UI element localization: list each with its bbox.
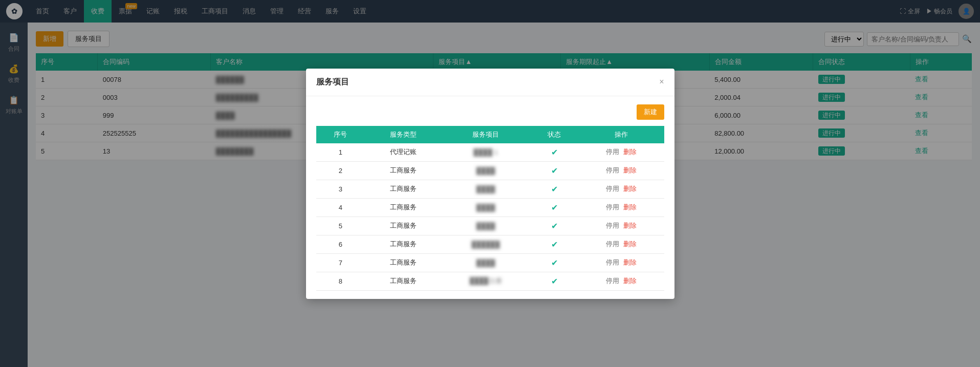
modal-row-no: 5 [316,217,365,235]
service-name-cell: ████ [442,217,530,235]
modal-table-row: 4工商服务████✔停用删除 [316,198,664,217]
modal-table-row: 2工商服务████✔停用删除 [316,161,664,180]
delete-button[interactable]: 删除 [623,185,637,192]
check-icon: ✔ [551,240,558,249]
modal-row-no: 1 [316,143,365,162]
modal-actions-cell: 停用删除 [579,253,664,272]
modal-overlay: 服务项目 × 新建 序号服务类型服务项目状态操作 1代理记账████ 1✔停用删… [0,0,980,367]
modal-status-cell: ✔ [530,198,579,217]
modal-actions-cell: 停用删除 [579,198,664,217]
service-name-cell: ████ [442,253,530,272]
modal-close-button[interactable]: × [659,78,664,86]
service-items-table: 序号服务类型服务项目状态操作 1代理记账████ 1✔停用删除2工商服务████… [316,126,664,291]
service-type-cell: 工商服务 [365,161,442,180]
stop-button[interactable]: 停用 [606,222,619,229]
modal-table-header: 序号 [316,126,365,143]
modal-row-no: 8 [316,272,365,290]
delete-button[interactable]: 删除 [623,148,637,156]
modal-status-cell: ✔ [530,143,579,162]
service-items-modal: 服务项目 × 新建 序号服务类型服务项目状态操作 1代理记账████ 1✔停用删… [306,69,674,299]
delete-button[interactable]: 删除 [623,166,637,174]
service-type-cell: 工商服务 [365,198,442,217]
modal-table-row: 7工商服务████✔停用删除 [316,253,664,272]
modal-table-row: 5工商服务████✔停用删除 [316,217,664,235]
stop-button[interactable]: 停用 [606,258,619,266]
delete-button[interactable]: 删除 [623,203,637,211]
modal-actions-cell: 停用删除 [579,180,664,198]
modal-row-no: 7 [316,253,365,272]
service-name-cell: ████ 1 [442,143,530,162]
modal-body: 新建 序号服务类型服务项目状态操作 1代理记账████ 1✔停用删除2工商服务█… [306,96,674,299]
delete-button[interactable]: 删除 [623,258,637,266]
delete-button[interactable]: 删除 [623,277,637,285]
modal-table-header: 服务项目 [442,126,530,143]
modal-row-no: 2 [316,161,365,180]
modal-table-header: 状态 [530,126,579,143]
service-name-cell: ████ [442,198,530,217]
modal-status-cell: ✔ [530,272,579,290]
modal-actions-cell: 停用删除 [579,161,664,180]
modal-toolbar: 新建 [316,104,664,120]
service-type-cell: 工商服务 [365,235,442,253]
modal-row-no: 4 [316,198,365,217]
modal-table-wrap[interactable]: 序号服务类型服务项目状态操作 1代理记账████ 1✔停用删除2工商服务████… [316,126,664,291]
modal-table-row: 1代理记账████ 1✔停用删除 [316,143,664,162]
modal-status-cell: ✔ [530,217,579,235]
delete-button[interactable]: 删除 [623,240,637,248]
stop-button[interactable]: 停用 [606,166,619,174]
stop-button[interactable]: 停用 [606,148,619,156]
stop-button[interactable]: 停用 [606,240,619,248]
check-icon: ✔ [551,166,558,175]
modal-status-cell: ✔ [530,235,579,253]
service-type-cell: 工商服务 [365,272,442,290]
service-type-cell: 代理记账 [365,143,442,162]
check-icon: ✔ [551,258,558,267]
delete-button[interactable]: 删除 [623,222,637,229]
check-icon: ✔ [551,185,558,193]
modal-row-no: 6 [316,235,365,253]
modal-table-header: 服务类型 [365,126,442,143]
modal-header: 服务项目 × [306,69,674,96]
check-icon: ✔ [551,277,558,286]
modal-actions-cell: 停用删除 [579,272,664,290]
check-icon: ✔ [551,222,558,230]
stop-button[interactable]: 停用 [606,203,619,211]
service-type-cell: 工商服务 [365,180,442,198]
service-name-cell: ████注册 [442,272,530,290]
service-name-cell: ██████ [442,235,530,253]
modal-actions-cell: 停用删除 [579,143,664,162]
modal-table-header: 操作 [579,126,664,143]
service-type-cell: 工商服务 [365,253,442,272]
modal-actions-cell: 停用删除 [579,235,664,253]
stop-button[interactable]: 停用 [606,277,619,285]
modal-table-row: 8工商服务████注册✔停用删除 [316,272,664,290]
modal-table-row: 6工商服务██████✔停用删除 [316,235,664,253]
modal-status-cell: ✔ [530,253,579,272]
check-icon: ✔ [551,148,558,157]
modal-new-button[interactable]: 新建 [637,104,664,120]
modal-actions-cell: 停用删除 [579,217,664,235]
stop-button[interactable]: 停用 [606,185,619,192]
modal-status-cell: ✔ [530,180,579,198]
modal-status-cell: ✔ [530,161,579,180]
modal-table-row: 3工商服务████✔停用删除 [316,180,664,198]
check-icon: ✔ [551,203,558,212]
service-name-cell: ████ [442,180,530,198]
modal-row-no: 3 [316,180,365,198]
service-name-cell: ████ [442,161,530,180]
service-type-cell: 工商服务 [365,217,442,235]
modal-title: 服务项目 [316,77,349,88]
